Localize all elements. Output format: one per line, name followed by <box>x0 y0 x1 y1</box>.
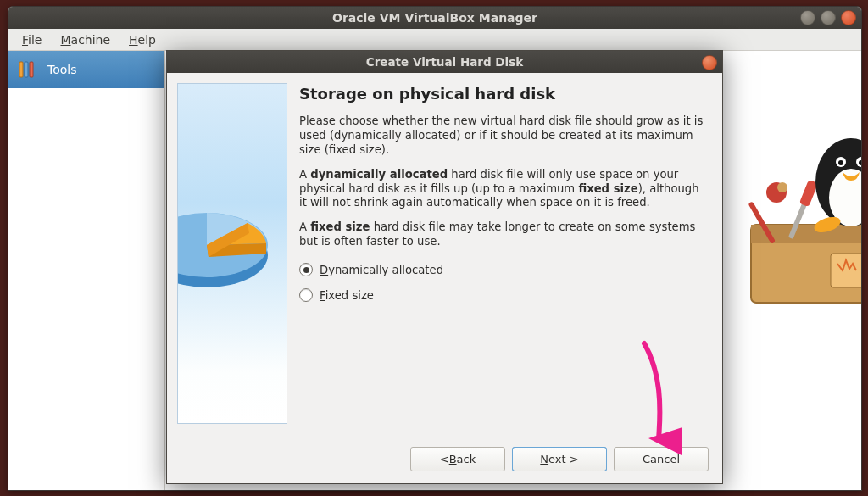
back-button[interactable]: < Back <box>410 447 505 471</box>
wizard-paragraph-1: Please choose whether the new virtual ha… <box>299 114 707 158</box>
dialog-body: Storage on physical hard disk Please cho… <box>167 73 722 483</box>
wizard-dialog: Create Virtual Hard Disk Storage on phys… <box>166 50 723 484</box>
wizard-paragraph-2: A dynamically allocated hard disk file w… <box>299 168 707 211</box>
dialog-content: Storage on physical hard disk Please cho… <box>167 73 722 438</box>
svg-rect-0 <box>19 62 23 77</box>
menubar: File Machine Help <box>8 29 861 51</box>
radio-dynamically-allocated[interactable]: Dynamically allocated <box>299 259 707 285</box>
maximize-icon[interactable] <box>821 10 836 25</box>
close-icon[interactable] <box>702 55 717 70</box>
close-icon[interactable] <box>841 10 856 25</box>
dialog-title: Create Virtual Hard Disk <box>366 55 523 69</box>
svg-rect-10 <box>799 180 818 207</box>
wizard-text: Storage on physical hard disk Please cho… <box>299 83 707 438</box>
disk-pie-icon <box>177 194 275 304</box>
sidebar: Tools <box>8 51 165 491</box>
dialog-titlebar[interactable]: Create Virtual Hard Disk <box>167 51 722 73</box>
menu-machine[interactable]: Machine <box>52 31 119 49</box>
menu-file[interactable]: File <box>14 31 50 49</box>
sidebar-item-label: Tools <box>47 63 77 76</box>
wizard-heading: Storage on physical hard disk <box>299 85 707 103</box>
svg-point-14 <box>838 160 843 165</box>
menu-help[interactable]: Help <box>120 31 164 49</box>
radio-label: Fixed size <box>320 289 374 302</box>
tools-icon <box>17 59 39 81</box>
window-controls <box>800 10 856 25</box>
radio-icon <box>299 263 313 276</box>
main-titlebar[interactable]: Oracle VM VirtualBox Manager <box>8 7 861 29</box>
next-button[interactable]: Next > <box>512 447 607 471</box>
radio-icon <box>299 288 313 302</box>
radio-fixed-size[interactable]: Fixed size <box>299 285 707 310</box>
cancel-button[interactable]: Cancel <box>614 447 709 471</box>
svg-rect-1 <box>25 62 28 77</box>
wizard-button-row: < Back Next > Cancel <box>167 438 722 483</box>
storage-type-radio-group: Dynamically allocated Fixed size <box>299 259 707 310</box>
svg-point-8 <box>777 182 787 192</box>
minimize-icon[interactable] <box>800 10 815 25</box>
wizard-illustration <box>177 83 287 424</box>
sidebar-item-tools[interactable]: Tools <box>8 51 164 88</box>
svg-rect-2 <box>30 62 33 77</box>
wizard-paragraph-3: A fixed size hard disk file may take lon… <box>299 220 707 249</box>
main-title: Oracle VM VirtualBox Manager <box>332 11 537 25</box>
radio-label: Dynamically allocated <box>320 264 443 276</box>
